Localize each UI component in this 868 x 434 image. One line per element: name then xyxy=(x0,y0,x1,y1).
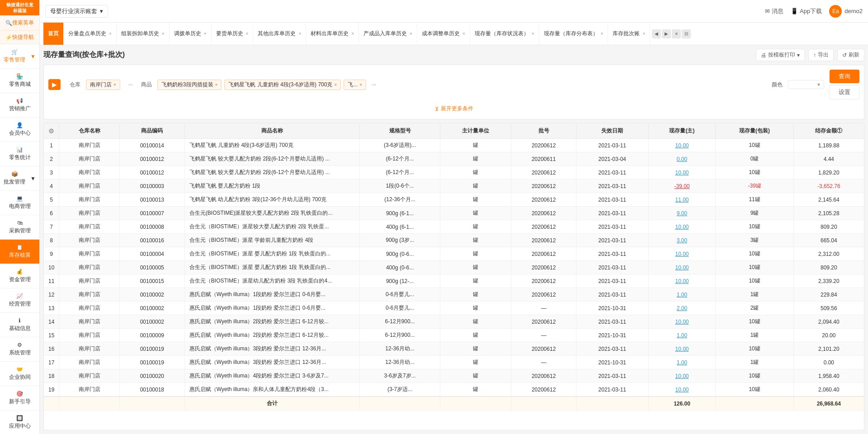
nav-requisition[interactable]: 要货单历史 × xyxy=(212,23,254,45)
nav-other-out[interactable]: 其他出库单历史 × xyxy=(253,23,306,45)
nav-cost-adjust[interactable]: 成本调整单历史 × xyxy=(417,23,470,45)
nav-assembly-close[interactable]: × xyxy=(162,31,165,36)
product-tag-3[interactable]: 飞... × xyxy=(344,80,366,90)
nav-transfer[interactable]: 调拨单历史 × xyxy=(170,23,212,45)
cell-qty-main[interactable]: 3.00 xyxy=(648,234,716,247)
nav-stock-dist-close[interactable]: × xyxy=(601,31,604,36)
nav-close-all-btn[interactable]: × xyxy=(672,29,681,38)
nav-batch-account-close[interactable]: × xyxy=(642,31,645,36)
col-settings[interactable]: ⚙ xyxy=(44,123,59,139)
cell-qty-main[interactable]: 10.00 xyxy=(648,261,716,274)
cell-amount: 2,145.64 xyxy=(793,193,864,207)
cell-qty-main[interactable]: 10.00 xyxy=(648,247,716,261)
cell-qty-main[interactable]: 0.00 xyxy=(648,152,716,166)
warehouse-tag[interactable]: 南岸门店 × xyxy=(86,80,120,90)
cell-warehouse: 南岸门店 xyxy=(59,288,120,302)
sidebar-item-wholesale[interactable]: 📦 批发管理 ▼ xyxy=(0,166,39,191)
query-btn[interactable]: 查询 xyxy=(830,70,859,83)
sidebar-item-app-center[interactable]: 🔲 应用中心 xyxy=(0,410,39,434)
nav-transfer-close[interactable]: × xyxy=(204,31,207,36)
cell-code: 00100014 xyxy=(119,139,184,152)
cell-qty-main[interactable]: 10.00 xyxy=(648,369,716,383)
nav-menu-btn[interactable]: ⊟ xyxy=(682,29,691,38)
cell-qty-main[interactable]: 10.00 xyxy=(648,166,716,179)
cell-qty-main[interactable]: 2.00 xyxy=(648,302,716,315)
cell-qty-main[interactable]: 1.00 xyxy=(648,356,716,369)
avatar: Ea xyxy=(829,5,842,18)
sidebar-item-basic-info[interactable]: ℹ 基础信息 xyxy=(0,313,39,337)
export-btn[interactable]: ↑ 导出 xyxy=(808,49,834,61)
cell-qty-main[interactable]: 10.00 xyxy=(648,315,716,329)
cell-qty-main[interactable]: 9.00 xyxy=(648,207,716,220)
product-tag-1[interactable]: 飞鹤奶粉3段丙措提装 × xyxy=(157,80,222,90)
data-table: ⚙ 仓库名称 商品编码 商品名称 规格型号 主计量单位 批号 失效日期 现存量(… xyxy=(44,123,864,410)
sidebar-item-retail-store[interactable]: 🏪 零售商城 xyxy=(0,69,39,93)
nav-cost-adjust-close[interactable]: × xyxy=(462,31,465,36)
user-menu[interactable]: Ea demo2 xyxy=(829,5,863,18)
sidebar-item-system[interactable]: ⚙ 系统管理 xyxy=(0,337,39,362)
nav-batch-account[interactable]: 库存批次账 × xyxy=(608,23,650,45)
sidebar-item-guide[interactable]: 🎯 新手引导 xyxy=(0,386,39,410)
cell-qty-main[interactable]: 10.00 xyxy=(648,342,716,356)
cell-qty-main[interactable]: 10.00 xyxy=(648,220,716,234)
filter-toggle-btn[interactable]: ▶ xyxy=(48,79,61,90)
refresh-btn[interactable]: ↺ 刷新 xyxy=(837,49,864,61)
nav-other-out-close[interactable]: × xyxy=(298,31,301,36)
product-tag-2[interactable]: 飞鹤星飞帆 儿童奶粉 4段(3-6岁适用) 700克 × xyxy=(224,80,341,90)
nav-material-out[interactable]: 材料出库单历史 × xyxy=(306,23,359,45)
cell-qty-main[interactable]: 10.00 xyxy=(648,139,716,152)
org-selector[interactable]: 母婴行业演示账套 ▾ xyxy=(45,5,108,18)
color-filter-input[interactable]: ▾ xyxy=(788,80,824,89)
cell-no: 1 xyxy=(44,139,59,152)
cell-qty-main[interactable]: -39.00 xyxy=(648,179,716,193)
sidebar-item-member[interactable]: 👤 会员中心 xyxy=(0,118,39,142)
warehouse-more-dots[interactable]: ··· xyxy=(126,80,136,89)
app-download-btn[interactable]: 📱 App下载 xyxy=(791,7,822,15)
product-tag-2-remove[interactable]: × xyxy=(334,82,337,87)
cell-qty-main[interactable]: 10.00 xyxy=(648,274,716,288)
nav-home[interactable]: 首页 xyxy=(43,23,64,45)
col-name: 商品名称 xyxy=(184,123,359,139)
sidebar-item-ecommerce[interactable]: 💻 电商管理 xyxy=(0,191,39,215)
nav-prev-btn[interactable]: ◀ xyxy=(652,29,661,38)
cell-expire: 2021-03-11 xyxy=(576,247,648,261)
product-more-dots[interactable]: ··· xyxy=(369,80,379,89)
nav-stock-dist[interactable]: 现存量（库存分布表） × xyxy=(539,23,609,45)
sidebar-item-search[interactable]: 🔍 搜索英单 xyxy=(0,15,39,31)
cell-qty-pkg: 1罐 xyxy=(716,329,793,342)
nav-inventory-count[interactable]: 分量盘点单历史 × xyxy=(64,23,117,45)
sidebar-item-quick-nav[interactable]: ⚡ 快捷导航 xyxy=(0,31,39,44)
sidebar-item-inventory[interactable]: 📋 库存核算 xyxy=(0,240,39,264)
nav-requisition-close[interactable]: × xyxy=(246,31,249,36)
setting-btn[interactable]: 设置 xyxy=(830,85,859,99)
nav-assembly[interactable]: 组装拆卸单历史 × xyxy=(117,23,170,45)
sidebar-item-retail-stats[interactable]: 📊 零售统计 xyxy=(0,142,39,166)
nav-inventory-count-close[interactable]: × xyxy=(109,31,112,36)
product-tag-1-remove[interactable]: × xyxy=(215,82,218,87)
template-print-btn[interactable]: 🖨 按模板打印 ▾ xyxy=(756,49,805,61)
nav-product-in-close[interactable]: × xyxy=(410,31,412,36)
cell-qty-main[interactable]: 11.00 xyxy=(648,193,716,207)
nav-stock-status[interactable]: 现存量（库存状况表） × xyxy=(470,23,539,45)
cell-expire: 2021-03-11 xyxy=(576,274,648,288)
message-btn[interactable]: ✉ 消息 xyxy=(765,7,783,15)
cell-qty-main[interactable]: 10.00 xyxy=(648,383,716,397)
sidebar-item-marketing[interactable]: 📢 营销推广 xyxy=(0,93,39,118)
warehouse-tag-remove[interactable]: × xyxy=(113,82,116,87)
cell-qty-main[interactable]: 1.00 xyxy=(648,329,716,342)
cell-qty-main[interactable]: 1.00 xyxy=(648,288,716,302)
nav-next-btn[interactable]: ▶ xyxy=(662,29,671,38)
expand-conditions-btn[interactable]: ⊻ 展开更多条件 xyxy=(433,103,475,114)
app-center-icon: 🔲 xyxy=(16,415,23,421)
cell-spec: 900g (12-... xyxy=(359,274,440,288)
sidebar-item-operations[interactable]: 📈 经营管理 xyxy=(0,288,39,313)
sidebar-item-finance[interactable]: 💰 资金管理 xyxy=(0,264,39,288)
nav-stock-status-close[interactable]: × xyxy=(532,31,534,36)
nav-product-in[interactable]: 产成品入库单历史 × xyxy=(359,23,417,45)
nav-material-out-close[interactable]: × xyxy=(351,31,354,36)
page-header: 现存量查询(按仓库+批次) 🖨 按模板打印 ▾ ↑ 导出 ↺ 刷新 xyxy=(43,49,864,61)
product-tag-3-remove[interactable]: × xyxy=(359,82,362,87)
sidebar-item-retail-mgmt[interactable]: 🛒 零售管理 ▼ xyxy=(0,44,39,69)
sidebar-item-collaboration[interactable]: 🤝 企业协同 xyxy=(0,362,39,386)
sidebar-item-purchase[interactable]: 🛍 采购管理 xyxy=(0,215,39,240)
